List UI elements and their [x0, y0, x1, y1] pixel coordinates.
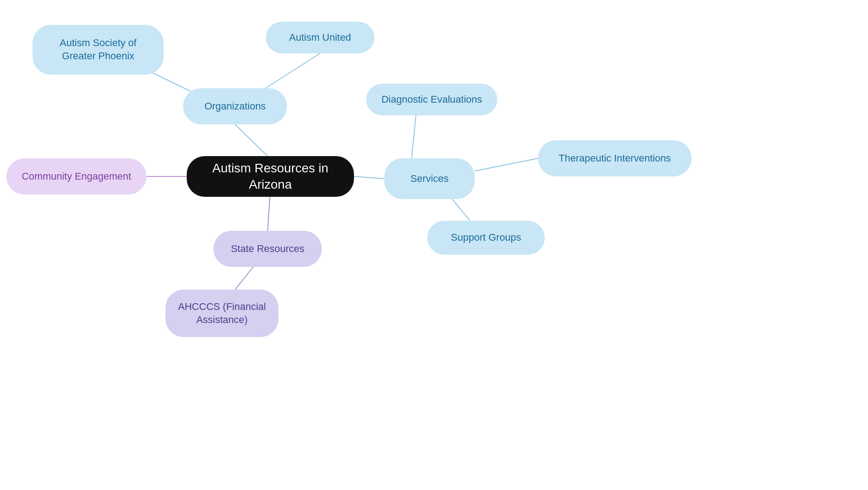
svg-line-0 — [235, 124, 270, 158]
center-node: Autism Resources in Arizona — [187, 156, 354, 197]
svg-line-6 — [475, 158, 538, 171]
organizations-node[interactable]: Organizations — [183, 88, 287, 124]
autism-society-node[interactable]: Autism Society of Greater Phoenix — [33, 25, 164, 75]
autism-united-node[interactable]: Autism United — [266, 22, 374, 53]
services-node[interactable]: Services — [384, 158, 475, 199]
svg-line-4 — [354, 176, 384, 179]
svg-line-9 — [235, 267, 253, 290]
therapeutic-interventions-node[interactable]: Therapeutic Interventions — [538, 140, 692, 176]
support-groups-node[interactable]: Support Groups — [427, 221, 545, 255]
svg-line-5 — [411, 115, 416, 161]
community-engagement-node[interactable]: Community Engagement — [6, 158, 146, 195]
diagnostic-evaluations-node[interactable]: Diagnostic Evaluations — [366, 84, 497, 115]
ahcccs-node[interactable]: AHCCCS (Financial Assistance) — [165, 290, 278, 337]
svg-line-8 — [268, 197, 270, 231]
state-resources-node[interactable]: State Resources — [213, 231, 322, 267]
svg-line-7 — [452, 199, 470, 221]
